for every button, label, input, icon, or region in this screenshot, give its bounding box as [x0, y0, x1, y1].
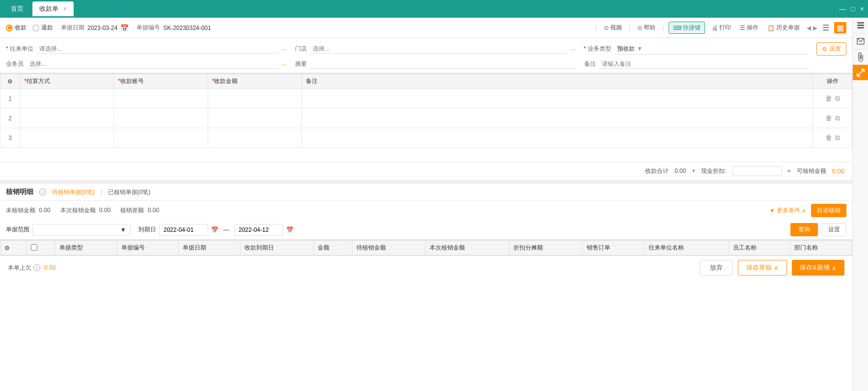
auto-offset-button[interactable]: 自动核销 — [811, 204, 846, 217]
query-button[interactable]: 查询 — [790, 223, 818, 236]
svg-rect-2 — [857, 27, 864, 28]
store-field: 门店 ··· — [295, 44, 576, 54]
amount-2[interactable] — [208, 109, 301, 128]
from-unit-more-icon[interactable]: ··· — [281, 45, 287, 53]
available-value: 0.00 — [832, 168, 844, 175]
stats-left: 未核销金额 0.00 本次核销金额 0.00 核销差额 0.00 — [6, 206, 159, 215]
tab-receipt[interactable]: 收款单 × — [32, 1, 74, 16]
business-type-select[interactable]: 预收款 ▼ — [614, 44, 809, 55]
number-field: 单据编号 SK-20230324-001 — [136, 24, 211, 32]
bt-select-all[interactable] — [31, 244, 37, 251]
table-row: 2 🗑 ⧉ — [0, 109, 852, 128]
business-type-label: 业务类型 — [584, 45, 611, 53]
toolbar-actions: | ⊙ 视频 | ⊙ 帮助 | ⌨ 快捷键 🖨 打印 — [596, 22, 846, 34]
remark-1[interactable] — [302, 89, 813, 109]
radio-refund[interactable]: 退款 — [32, 24, 53, 32]
print-btn[interactable]: 🖨 打印 — [710, 23, 733, 33]
settlement-3[interactable] — [20, 128, 114, 148]
table-gear-header[interactable]: ⚙ — [0, 74, 20, 89]
chevron-icon: ∧ — [802, 207, 806, 214]
staff-field: 业务员 ··· — [6, 59, 287, 69]
abandon-button[interactable]: 放弃 — [700, 260, 733, 276]
amount-3[interactable] — [208, 128, 301, 148]
operation-btn[interactable]: ☰ 操作 — [738, 23, 760, 33]
summary-label: 摘要 — [295, 60, 307, 68]
radio-receipt-label: 收款 — [15, 24, 27, 32]
delete-icon-1[interactable]: 🗑 — [825, 94, 832, 103]
bt-gear[interactable]: ⚙ — [0, 241, 27, 255]
date-value[interactable]: 2023-03-24 — [87, 25, 117, 31]
amount-1[interactable] — [208, 89, 301, 109]
remarks-header: 备注 — [302, 74, 813, 89]
form-section: 往来单位 ··· 门店 ··· 业务类型 预收款 ▼ ⚙ — [0, 38, 852, 73]
window-close-btn[interactable]: × — [860, 5, 864, 13]
copy-icon-2[interactable]: ⧉ — [835, 114, 840, 122]
range-select[interactable]: ▼ — [32, 224, 131, 236]
due-to-input[interactable] — [234, 224, 283, 236]
right-panel-mail-icon[interactable] — [853, 33, 868, 49]
calendar-icon[interactable]: 📅 — [120, 24, 129, 32]
info-icon[interactable]: i — [33, 264, 40, 271]
table-row: 1 🗑 ⧉ — [0, 89, 852, 109]
store-more-icon[interactable]: ··· — [570, 45, 576, 53]
video-btn[interactable]: ⊙ 视频 — [602, 23, 624, 33]
section2-title: 核销明细 — [6, 188, 33, 196]
section2-info-icon[interactable]: i — [39, 189, 46, 196]
window-controls: — □ × — [839, 5, 864, 13]
next-arrow[interactable]: ▶ — [813, 25, 817, 31]
business-type-value: 预收款 — [617, 45, 635, 53]
staff-more-icon[interactable]: ··· — [281, 60, 287, 68]
receipt-table: ⚙ *结算方式 *收款账号 *收款金额 备注 操作 1 — [0, 74, 852, 148]
discount-input[interactable] — [732, 166, 782, 176]
settings-button[interactable]: ⚙ 设置 — [816, 42, 846, 56]
print-label: 打印 — [719, 24, 731, 32]
plus-sign: + — [692, 168, 695, 174]
remark-3[interactable] — [302, 128, 813, 148]
due-date-filter: 到期日 📅 — 📅 — [138, 224, 294, 236]
remark-2[interactable] — [302, 109, 813, 128]
due-from-input[interactable] — [159, 224, 208, 236]
copy-icon-3[interactable]: ⧉ — [835, 134, 840, 142]
form-row-2: 业务员 ··· 摘要 备注 — [6, 59, 846, 69]
copy-icon-1[interactable]: ⧉ — [835, 94, 840, 103]
filter-settings-button[interactable]: 设置 — [822, 223, 846, 236]
pending-tab-link[interactable]: 待核销单据(0笔) — [52, 188, 95, 196]
shortcut-btn[interactable]: ⌨ 快捷键 — [669, 22, 705, 34]
settlement-2[interactable] — [20, 109, 114, 128]
from-unit-input[interactable] — [36, 44, 278, 54]
calendar-to-icon[interactable]: 📅 — [286, 226, 294, 233]
history-btn[interactable]: 📋 历史单据 — [765, 23, 802, 33]
right-panel-expand-icon[interactable] — [853, 65, 868, 81]
maximize-btn[interactable]: □ — [851, 5, 855, 13]
stats-row: 未核销金额 0.00 本次核销金额 0.00 核销差额 0.00 ▼ — [0, 201, 852, 220]
right-panel-clip-icon[interactable] — [853, 49, 868, 65]
chevron-down-icon2[interactable]: ∧ — [832, 264, 837, 272]
tab-receipt-close[interactable]: × — [63, 5, 67, 12]
radio-receipt[interactable]: 收款 — [6, 24, 27, 32]
minimize-btn[interactable]: — — [839, 5, 846, 13]
chevron-down-icon[interactable]: ∧ — [774, 264, 779, 272]
summary-input[interactable] — [310, 59, 576, 69]
prev-arrow[interactable]: ◀ — [807, 25, 811, 31]
right-panel-table-icon[interactable] — [853, 18, 868, 33]
settlement-1[interactable] — [20, 89, 114, 109]
delete-icon-3[interactable]: 🗑 — [825, 134, 832, 142]
save-new-button[interactable]: 保存&新增 ∧ — [792, 260, 844, 276]
staff-input[interactable] — [27, 59, 278, 69]
done-tab-link[interactable]: 已核销单据(0笔) — [108, 188, 151, 196]
save-draft-button[interactable]: 保存草稿 ∧ — [738, 260, 787, 276]
account-1[interactable] — [114, 89, 208, 109]
bt-doc-num: 单据编号 — [117, 241, 179, 255]
help-btn[interactable]: ⊙ 帮助 — [635, 23, 657, 33]
remarks-input[interactable] — [599, 59, 809, 69]
tab-home[interactable]: 首页 — [4, 1, 30, 16]
delete-icon-2[interactable]: 🗑 — [825, 114, 832, 122]
list-icon[interactable]: ☰ — [822, 23, 829, 32]
grid-icon[interactable]: ▦ — [834, 22, 846, 33]
account-3[interactable] — [114, 128, 208, 148]
store-input[interactable] — [310, 44, 568, 54]
bt-pending-amount: 待核销金额 — [352, 241, 425, 255]
account-2[interactable] — [114, 109, 208, 128]
more-conditions-btn[interactable]: ▼ 更多条件 ∧ — [769, 206, 806, 215]
calendar-from-icon[interactable]: 📅 — [211, 226, 218, 233]
